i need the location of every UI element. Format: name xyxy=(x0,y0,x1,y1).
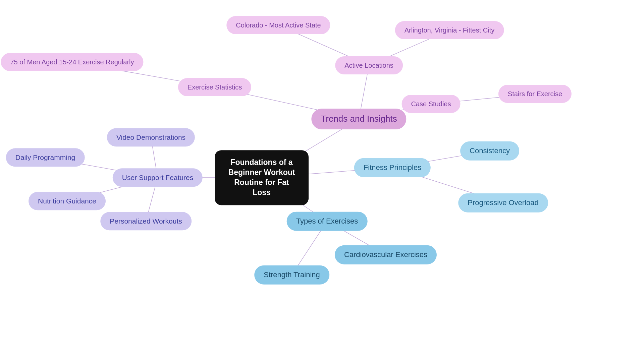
exercise-stats-node[interactable]: Exercise Statistics xyxy=(178,78,251,96)
video-demo-label: Video Demonstrations xyxy=(116,133,185,142)
stairs-node[interactable]: Stairs for Exercise xyxy=(498,85,572,103)
stairs-label: Stairs for Exercise xyxy=(508,89,562,98)
strength-node[interactable]: Strength Training xyxy=(254,265,329,285)
nutrition-node[interactable]: Nutrition Guidance xyxy=(29,192,106,210)
case-studies-node[interactable]: Case Studies xyxy=(402,95,461,113)
personalized-node[interactable]: Personalized Workouts xyxy=(100,212,192,230)
progressive-node[interactable]: Progressive Overload xyxy=(458,193,548,213)
active-locations-node[interactable]: Active Locations xyxy=(335,56,403,74)
men-stat-label: 75 of Men Aged 15-24 Exercise Regularly xyxy=(10,58,134,66)
daily-prog-label: Daily Programming xyxy=(15,153,75,162)
fitness-principles-label: Fitness Principles xyxy=(364,163,421,173)
mindmap-container: Foundations of a Beginner Workout Routin… xyxy=(0,0,644,363)
progressive-label: Progressive Overload xyxy=(468,198,539,208)
cardio-node[interactable]: Cardiovascular Exercises xyxy=(335,245,437,264)
types-exercises-label: Types of Exercises xyxy=(296,217,358,226)
user-support-node[interactable]: User Support Features xyxy=(113,168,203,187)
center-node[interactable]: Foundations of a Beginner Workout Routin… xyxy=(215,150,309,205)
colorado-label: Colorado - Most Active State xyxy=(236,21,321,29)
active-locations-label: Active Locations xyxy=(344,61,393,70)
fitness-principles-node[interactable]: Fitness Principles xyxy=(354,158,431,177)
nutrition-label: Nutrition Guidance xyxy=(38,196,96,205)
personalized-label: Personalized Workouts xyxy=(110,217,182,226)
men-stat-node[interactable]: 75 of Men Aged 15-24 Exercise Regularly xyxy=(1,53,143,71)
exercise-stats-label: Exercise Statistics xyxy=(187,83,242,92)
consistency-label: Consistency xyxy=(470,146,510,156)
consistency-node[interactable]: Consistency xyxy=(460,141,519,161)
center-label: Foundations of a Beginner Workout Routin… xyxy=(225,158,299,198)
trends-label: Trends and Insights xyxy=(321,113,397,125)
user-support-label: User Support Features xyxy=(122,173,193,182)
case-studies-label: Case Studies xyxy=(411,100,451,108)
strength-label: Strength Training xyxy=(264,270,320,280)
arlington-node[interactable]: Arlington, Virginia - Fittest City xyxy=(395,21,504,39)
types-exercises-node[interactable]: Types of Exercises xyxy=(287,212,368,231)
daily-prog-node[interactable]: Daily Programming xyxy=(6,148,85,167)
arlington-label: Arlington, Virginia - Fittest City xyxy=(405,26,495,35)
video-demo-node[interactable]: Video Demonstrations xyxy=(107,128,195,146)
cardio-label: Cardiovascular Exercises xyxy=(344,250,427,260)
colorado-node[interactable]: Colorado - Most Active State xyxy=(226,16,330,34)
trends-node[interactable]: Trends and Insights xyxy=(311,109,406,129)
